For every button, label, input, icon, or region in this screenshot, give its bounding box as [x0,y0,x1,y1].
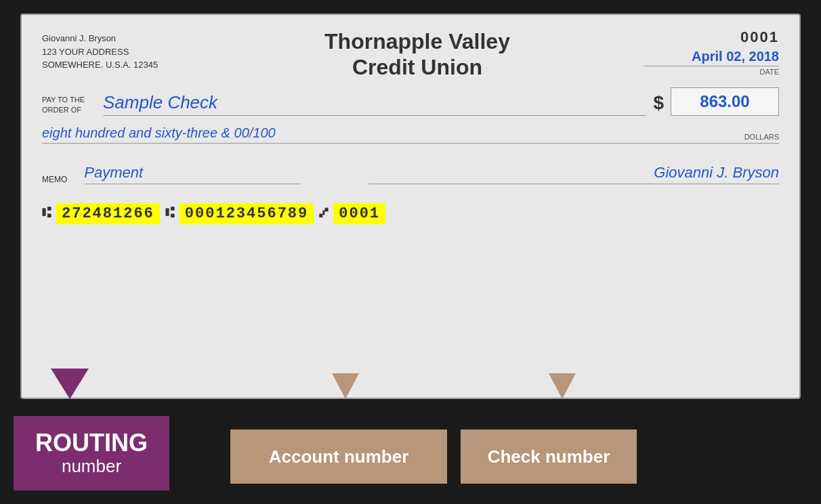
written-amount-row: eight hundred and sixty-three & 00/100 D… [42,125,779,144]
routing-arrow [51,369,89,399]
payee-name: Sample Check [103,92,217,112]
account-arrow [332,373,359,399]
routing-label-sub: number [62,456,121,477]
routing-label-box: ROUTING number [14,416,169,490]
address-line1: 123 YOUR ADDRESS [42,47,129,57]
payee-line: Sample Check [103,92,646,116]
micr-close-symbol: ⑆ [165,205,174,222]
address-section: Giovanni J. Bryson 123 YOUR ADDRESS SOME… [42,28,191,81]
memo-row: MEMO Payment Giovanni J. Bryson [42,164,779,184]
micr-equals-symbol: ⑇ [319,205,328,222]
micr-open-symbol: ⑆ [42,205,51,222]
check-header: Giovanni J. Bryson 123 YOUR ADDRESS SOME… [42,28,779,81]
written-amount: eight hundred and sixty-three & 00/100 [42,125,738,141]
micr-routing: 272481266 [56,203,160,224]
account-label-text: Account number [269,446,409,467]
signature-line: Giovanni J. Bryson [369,164,779,184]
date-label: DATE [644,68,779,76]
micr-check-number: 0001 [333,203,385,224]
check-number-label-box: Check number [461,429,637,484]
check-num-arrow [549,373,576,399]
address-line2: SOMEWHERE. U.S.A. 12345 [42,60,158,70]
pay-to-label: PAY TO THEORDER OF [42,95,96,116]
check-number-top: 0001 [740,28,779,46]
address-name: Giovanni J. Bryson [42,33,116,43]
signature-text: Giovanni J. Bryson [654,164,779,181]
amount-box: 863.00 [671,87,779,116]
dollar-sign: $ [653,92,664,114]
bank-name: Thornapple Valley Credit Union [191,28,644,81]
pay-to-row: PAY TO THEORDER OF Sample Check $ 863.00 [42,87,779,116]
memo-label: MEMO [42,175,67,184]
micr-account: 000123456789 [180,203,314,224]
memo-line: Payment [84,164,301,184]
micr-row: ⑆ 272481266 ⑆ 000123456789 ⑇ 0001 [42,203,779,224]
dollars-label: DOLLARS [744,133,779,141]
check-address: Giovanni J. Bryson 123 YOUR ADDRESS SOME… [42,32,191,72]
bottom-area: ROUTING number Account number Check numb… [0,399,821,504]
memo-text: Payment [84,164,143,181]
check-number-label-text: Check number [488,446,610,467]
account-label-box: Account number [230,429,447,484]
check-body: 0001 Giovanni J. Bryson 123 YOUR ADDRESS… [20,14,801,399]
routing-label-main: ROUTING [35,429,148,457]
date-value: April 02, 2018 [644,49,779,66]
